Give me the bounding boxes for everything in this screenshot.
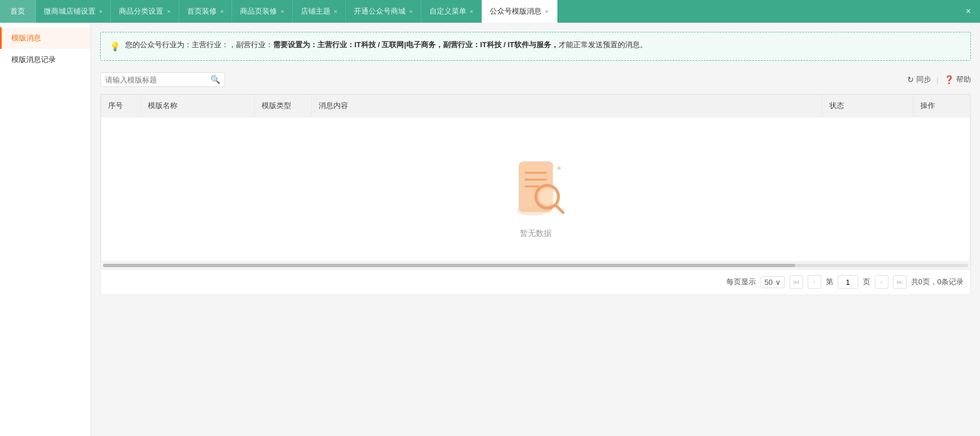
svg-text:·: · <box>561 175 563 181</box>
table-wrapper: 序号 模版名称 模版类型 消息内容 状态 <box>100 94 971 295</box>
empty-state-row: ✦ · 暂无数据 <box>101 117 970 262</box>
tab-label: 公众号模版消息 <box>490 6 541 16</box>
page-label: 第 <box>826 277 833 287</box>
tab-product-decor[interactable]: 商品页装修 × <box>232 0 292 23</box>
prev-page-button[interactable]: ‹ <box>808 275 821 289</box>
search-icon[interactable]: 🔍 <box>210 75 220 84</box>
tab-custom-menu-close[interactable]: × <box>470 9 473 15</box>
toolbar-divider: | <box>937 76 938 84</box>
next-page-icon: › <box>880 278 883 286</box>
sidebar-item-template-msg[interactable]: 模版消息 <box>0 27 90 49</box>
horizontal-scrollbar[interactable] <box>101 262 970 269</box>
svg-line-6 <box>556 205 563 213</box>
tab-label: 商品页装修 <box>240 6 277 16</box>
next-page-button[interactable]: › <box>875 275 888 289</box>
pagination-row: 每页显示 50 ∨ ⏮ ‹ 第 页 › ⏭ <box>101 269 970 294</box>
sync-icon: ↻ <box>907 75 914 84</box>
notice-prefix: 您的公众号行业为：主营行业：，副营行业： <box>125 40 273 49</box>
data-table: 序号 模版名称 模版类型 消息内容 状态 <box>101 94 970 262</box>
tab-home-decor-close[interactable]: × <box>220 9 224 15</box>
empty-text: 暂无数据 <box>520 229 552 239</box>
tab-open-mall[interactable]: 开通公众号商城 × <box>346 0 421 23</box>
sidebar-item-label: 模版消息记录 <box>11 55 56 64</box>
tab-label: 商品分类设置 <box>119 6 163 16</box>
sidebar: 模版消息 模版消息记录 <box>0 23 91 436</box>
empty-state: ✦ · 暂无数据 <box>101 117 970 261</box>
sync-label: 同步 <box>916 74 931 85</box>
tab-template-msg-close[interactable]: × <box>545 9 548 15</box>
search-input-wrap[interactable]: 🔍 <box>100 72 225 87</box>
global-close-button[interactable]: × <box>957 6 980 16</box>
last-page-icon: ⏭ <box>896 278 903 286</box>
table-header-row: 序号 模版名称 模版类型 消息内容 状态 <box>101 95 970 117</box>
notice-box: 💡 您的公众号行业为：主营行业：，副营行业：需要设置为：主营行业：IT科技 / … <box>100 32 971 61</box>
page-size-select[interactable]: 50 ∨ <box>760 276 784 288</box>
tab-bar: 首页 微商城店铺设置 × 商品分类设置 × 首页装修 × 商品页装修 × 店铺主… <box>0 0 980 23</box>
col-type: 模版类型 <box>255 95 312 117</box>
notice-suffix: 才能正常发送预置的消息。 <box>559 40 647 49</box>
tab-product-category-close[interactable]: × <box>167 9 170 15</box>
page-size-label: 每页显示 <box>726 277 756 287</box>
main-layout: 模版消息 模版消息记录 💡 您的公众号行业为：主营行业：，副营行业：需要设置为：… <box>0 23 980 436</box>
tab-store-theme[interactable]: 店铺主题 × <box>293 0 346 23</box>
svg-point-5 <box>539 189 555 205</box>
tab-label: 店铺主题 <box>301 6 330 16</box>
help-label: 帮助 <box>956 74 971 85</box>
tab-home-decor[interactable]: 首页装修 × <box>179 0 232 23</box>
scrollbar-thumb[interactable] <box>103 264 795 267</box>
page-size-value: 50 <box>764 278 772 286</box>
col-action: 操作 <box>913 95 970 117</box>
chevron-down-icon: ∨ <box>775 278 781 286</box>
search-input[interactable] <box>105 76 210 84</box>
sidebar-item-label: 模版消息 <box>11 34 41 42</box>
scrollbar-track <box>103 264 968 267</box>
notice-icon: 💡 <box>110 40 121 53</box>
prev-page-icon: ‹ <box>813 278 816 286</box>
page-suffix: 页 <box>863 277 870 287</box>
first-page-icon: ⏮ <box>793 278 800 286</box>
tab-label: 开通公众号商城 <box>354 6 406 16</box>
tab-open-mall-close[interactable]: × <box>409 9 412 15</box>
notice-highlight: 需要设置为：主营行业：IT科技 / 互联网|电子商务，副营行业：IT科技 / I… <box>273 40 559 49</box>
search-row: 🔍 ↻ 同步 | ❓ 帮助 <box>100 72 971 87</box>
col-status: 状态 <box>822 95 913 117</box>
help-icon: ❓ <box>944 75 954 84</box>
tab-product-decor-close[interactable]: × <box>280 9 284 15</box>
col-name: 模版名称 <box>141 95 255 117</box>
tab-label: 微商城店铺设置 <box>44 6 96 16</box>
col-index: 序号 <box>101 95 141 117</box>
last-page-button[interactable]: ⏭ <box>893 275 907 289</box>
empty-illustration: ✦ · <box>502 151 570 219</box>
tab-custom-menu[interactable]: 自定义菜单 × <box>421 0 482 23</box>
tab-template-msg[interactable]: 公众号模版消息 × <box>482 0 557 23</box>
total-info: 共0页，0条记录 <box>911 277 964 287</box>
tab-product-category[interactable]: 商品分类设置 × <box>111 0 179 23</box>
tab-label: 自定义菜单 <box>429 6 466 16</box>
content-area: 💡 您的公众号行业为：主营行业：，副营行业：需要设置为：主营行业：IT科技 / … <box>91 23 980 436</box>
svg-text:✦: ✦ <box>556 164 563 173</box>
tab-label: 首页装修 <box>187 6 217 16</box>
toolbar-right: ↻ 同步 | ❓ 帮助 <box>907 74 971 85</box>
tab-micro-store-close[interactable]: × <box>99 9 102 15</box>
page-number-input[interactable] <box>838 275 858 289</box>
tab-micro-store[interactable]: 微商城店铺设置 × <box>36 0 111 23</box>
notice-text: 您的公众号行业为：主营行业：，副营行业：需要设置为：主营行业：IT科技 / 互联… <box>125 39 647 51</box>
help-button[interactable]: ❓ 帮助 <box>944 74 971 85</box>
sidebar-item-template-msg-record[interactable]: 模版消息记录 <box>0 49 90 70</box>
sync-button[interactable]: ↻ 同步 <box>907 74 931 85</box>
col-content: 消息内容 <box>312 95 822 117</box>
tab-home-label: 首页 <box>10 6 25 16</box>
first-page-button[interactable]: ⏮ <box>789 275 803 289</box>
tab-store-theme-close[interactable]: × <box>334 9 337 15</box>
tab-home[interactable]: 首页 <box>0 0 36 23</box>
